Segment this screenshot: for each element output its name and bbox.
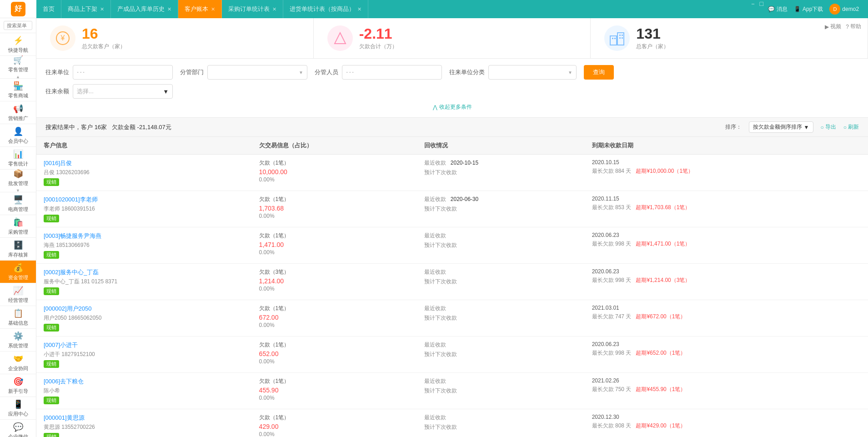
balance-arrow-icon: ▼ (163, 88, 169, 95)
debt-amount-icon (327, 25, 353, 51)
sidebar-item-marketing[interactable]: 📢 营销推广 (0, 101, 36, 124)
sort-select[interactable]: 按欠款金额倒序排序 ▼ (749, 121, 813, 133)
minimize-button[interactable]: － (750, 0, 756, 18)
debt-count: 欠款（1笔） (259, 414, 410, 422)
debt-percent: 0.00% (259, 322, 410, 328)
from-unit-input[interactable]: ··· (73, 65, 173, 80)
sidebar-item-system[interactable]: ⚙️ 系统管理 (0, 329, 36, 352)
overdue-amount-link[interactable]: 超期¥10,000.00（1笔） (636, 168, 693, 174)
debt-amount[interactable]: 1,214.00 (259, 277, 410, 285)
help-button[interactable]: ? 帮助 (846, 23, 861, 30)
last-payment-label: 最近收款 (424, 342, 446, 348)
sidebar-item-enterprise-wechat[interactable]: 💬 企业微信 (0, 420, 36, 437)
customer-name-link[interactable]: [0007]小进干 (44, 341, 245, 349)
unit-category-select[interactable]: ▼ (488, 65, 577, 80)
tab-product-off[interactable]: 商品上下架 ✕ (61, 0, 111, 18)
sidebar-item-newbie[interactable]: 🎯 新手引导 (0, 374, 36, 397)
tab-purchase-summary[interactable]: 采购订单统计表 ✕ (222, 0, 283, 18)
col-due-date: 到期未收款日期 (585, 137, 868, 155)
export-button[interactable]: ○ 导出 (821, 123, 836, 131)
sidebar-item-finance[interactable]: 💰 资金管理 (0, 261, 36, 283)
next-payment: 预计下次收款 (424, 205, 577, 213)
debt-amount[interactable]: 429.00 (259, 423, 410, 430)
message-button[interactable]: 💬 消息 (768, 5, 788, 13)
app-download-button[interactable]: 📱 App下载 (794, 5, 823, 13)
overdue-amount-link[interactable]: 超期¥455.90（1笔） (636, 386, 686, 392)
overdue-amount-link[interactable]: 超期¥672.00（1笔） (636, 313, 686, 320)
close-tab-stock-summary[interactable]: ✕ (357, 6, 361, 12)
last-payment: 最近收款 (424, 305, 577, 312)
last-payment: 最近收款 (424, 414, 577, 422)
search-input[interactable] (4, 21, 32, 30)
tab-home[interactable]: 首页 (36, 0, 61, 18)
dept-select[interactable]: ▼ (207, 65, 307, 80)
balance-select[interactable]: 选择... ▼ (73, 84, 173, 99)
overdue-amount-link[interactable]: 超期¥1,471.00（1笔） (636, 241, 690, 247)
debt-amount[interactable]: 455.90 (259, 387, 410, 394)
overdue-amount-link[interactable]: 超期¥1,703.68（1笔） (636, 204, 690, 211)
close-tab-purchase-summary[interactable]: ✕ (272, 6, 276, 12)
query-button[interactable]: 查询 (584, 65, 614, 80)
manager-input[interactable]: ··· (342, 65, 442, 80)
debt-amount[interactable]: 672.00 (259, 314, 410, 321)
customer-name-link[interactable]: [0016]吕俊 (44, 159, 245, 167)
last-payment-label: 最近收款 (424, 232, 446, 239)
member-icon: 👤 (13, 126, 23, 136)
user-avatar[interactable]: D demo2 (829, 4, 859, 15)
sidebar-item-quick-nav[interactable]: ⚡ 快捷导航 (0, 33, 36, 56)
sidebar-item-basic-info[interactable]: 📋 基础信息 (0, 306, 36, 329)
tab-customer-account[interactable]: 客户账本 ✕ (178, 0, 222, 18)
refresh-button[interactable]: ○ 刷新 (843, 123, 859, 131)
video-help-button[interactable]: ▶ 视频 (825, 23, 841, 30)
sidebar-item-operations[interactable]: 📈 经营管理 (0, 283, 36, 306)
sidebar-item-app-center[interactable]: 📱 应用中心 (0, 397, 36, 420)
dept-arrow-icon: ▼ (299, 70, 303, 75)
overdue-amount-link[interactable]: 超期¥652.00（1笔） (636, 350, 686, 356)
sidebar-item-retail-mgmt[interactable]: 🛒 零售管理 ▲ (0, 56, 36, 79)
customer-name-link[interactable]: [000002]用户2050 (44, 305, 245, 313)
overdue-amount-link[interactable]: 超期¥429.00（1笔） (636, 422, 686, 429)
customer-name-link[interactable]: [000001]黄思源 (44, 414, 245, 422)
debt-amount[interactable]: 10,000.00 (259, 168, 410, 176)
collapse-arrow-icon: ⋀ (433, 104, 437, 111)
close-tab-customer-account[interactable]: ✕ (211, 6, 215, 12)
maximize-button[interactable]: □ (760, 0, 763, 18)
filter-row-1: 往来单位 ··· 分管部门 ▼ 分管人员 (45, 65, 859, 80)
svg-rect-3 (610, 36, 617, 45)
sidebar-item-retail-stats[interactable]: 📊 零售统计 (0, 147, 36, 170)
video-icon: ▶ (825, 24, 829, 30)
customer-tag: 现销 (44, 324, 59, 332)
filter-row-2: 往来余额 选择... ▼ (45, 84, 859, 99)
customer-tag: 现销 (44, 251, 59, 259)
customer-name-link[interactable]: [0003]畅捷服务尹海燕 (44, 232, 245, 240)
debt-percent: 0.00% (259, 249, 410, 256)
sidebar-item-retail-mall[interactable]: 🏪 零售商城 (0, 79, 36, 101)
debt-amount[interactable]: 1,471.00 (259, 241, 410, 248)
sidebar-item-enterprise[interactable]: 🤝 企业协同 (0, 352, 36, 374)
overdue-amount-link[interactable]: 超期¥1,214.00（3笔） (636, 277, 690, 283)
sidebar-item-batch-mgmt[interactable]: 📦 批发管理 ▼ (0, 170, 36, 192)
customer-info-cell: [0007]小进干 小进干 18279152100 现销 (44, 341, 245, 368)
sidebar-item-purchase-mgmt[interactable]: 🛍️ 采购管理 (0, 215, 36, 238)
app-center-icon: 📱 (13, 399, 23, 409)
collapse-button[interactable]: ⋀ 收起更多条件 (433, 103, 472, 111)
next-payment: 预计下次收款 (424, 241, 577, 249)
close-tab-product-history[interactable]: ✕ (167, 6, 171, 12)
debt-amount[interactable]: 1,703.68 (259, 205, 410, 212)
close-tab-product-off[interactable]: ✕ (100, 6, 104, 12)
customer-name-link[interactable]: [0006]去下粮仓 (44, 377, 245, 386)
customer-name-link[interactable]: [0002]服务中心_丁磊 (44, 268, 245, 276)
tab-stock-summary[interactable]: 进货单统计表（按商品） ✕ (283, 0, 368, 18)
customer-name-link[interactable]: [0001020001]李老师 (44, 196, 245, 204)
sidebar-item-inventory[interactable]: 🗄️ 库存核算 (0, 238, 36, 261)
last-payment-label: 最近收款 (424, 269, 446, 275)
customer-tag: 现销 (44, 433, 59, 437)
last-payment-label: 最近收款 (424, 305, 446, 311)
customer-info-cell: [000002]用户2050 用户2050 18665062050 现销 (44, 305, 245, 332)
sidebar-item-member-center[interactable]: 👤 会员中心 (0, 124, 36, 147)
tab-product-history[interactable]: 产成品入库单历史 ✕ (111, 0, 178, 18)
sidebar-item-ecommerce[interactable]: 🖥️ 电商管理 (0, 192, 36, 215)
customer-phone: 黄思源 13552700226 (44, 423, 245, 431)
customer-phone: 海燕 18513066976 (44, 241, 245, 249)
debt-amount[interactable]: 652.00 (259, 350, 410, 357)
